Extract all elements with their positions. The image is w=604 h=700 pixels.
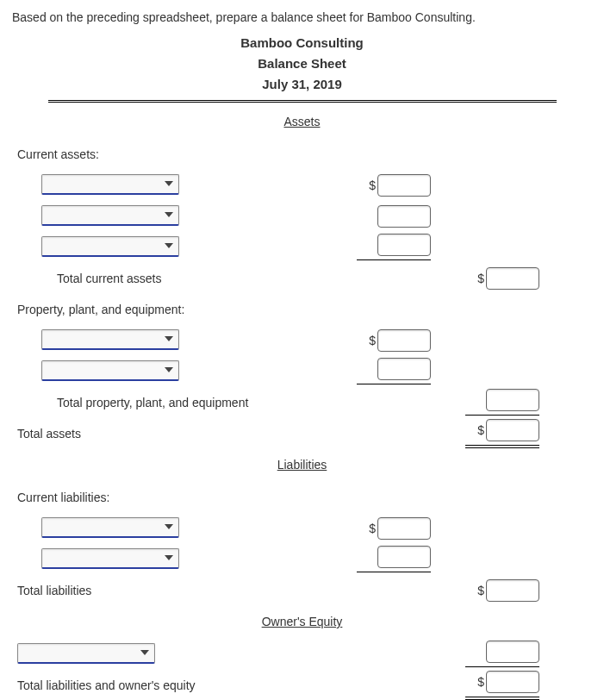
chevron-down-icon <box>165 243 173 248</box>
total-ppe-label: Total property, plant, and equipment <box>12 396 322 409</box>
equity-section-title: Owner's Equity <box>12 615 592 628</box>
chevron-down-icon <box>165 367 173 372</box>
chevron-down-icon <box>165 212 173 217</box>
total-assets-label: Total assets <box>12 427 322 441</box>
dollar-sign: $ <box>477 675 484 689</box>
balance-sheet-header: Bamboo Consulting Balance Sheet July 31,… <box>12 33 592 95</box>
total-current-assets-label: Total current assets <box>12 272 322 285</box>
current-asset-amount-3[interactable] <box>377 234 431 256</box>
total-liab-equity-label: Total liabilities and owner's equity <box>12 678 322 692</box>
equity-amount-1[interactable] <box>486 641 539 663</box>
liability-select-1[interactable] <box>41 517 179 538</box>
dollar-sign: $ <box>477 272 484 285</box>
current-asset-select-1[interactable] <box>41 174 179 195</box>
chevron-down-icon <box>140 650 149 655</box>
statement-title: Balance Sheet <box>12 53 592 74</box>
ppe-amount-2[interactable] <box>377 358 431 380</box>
total-liab-equity-amount[interactable] <box>486 671 539 693</box>
company-name: Bamboo Consulting <box>12 33 592 53</box>
dollar-sign: $ <box>477 423 484 437</box>
dollar-sign: $ <box>369 334 376 347</box>
current-asset-amount-1[interactable] <box>377 174 431 197</box>
chevron-down-icon <box>165 524 173 529</box>
dollar-sign: $ <box>369 522 376 535</box>
statement-date: July 31, 2019 <box>12 74 592 95</box>
ppe-select-1[interactable] <box>41 329 179 350</box>
total-ppe-amount[interactable] <box>486 389 539 411</box>
current-asset-select-3[interactable] <box>41 236 179 257</box>
total-assets-amount[interactable] <box>486 419 539 441</box>
current-asset-amount-2[interactable] <box>377 205 431 228</box>
dollar-sign: $ <box>477 584 484 597</box>
chevron-down-icon <box>165 555 173 560</box>
ppe-label: Property, plant, and equipment: <box>12 303 322 316</box>
liabilities-section-title: Liabilities <box>12 458 592 472</box>
dollar-sign: $ <box>369 178 376 192</box>
chevron-down-icon <box>165 336 173 341</box>
ppe-select-2[interactable] <box>41 360 179 381</box>
instruction-text: Based on the preceding spreadsheet, prep… <box>12 10 592 24</box>
total-liabilities-label: Total liabilities <box>12 584 322 597</box>
liability-amount-1[interactable] <box>377 517 431 540</box>
header-rule <box>48 100 557 103</box>
current-liabilities-label: Current liabilities: <box>12 491 322 504</box>
total-liabilities-amount[interactable] <box>486 579 539 602</box>
assets-section-title: Assets <box>12 115 592 128</box>
equity-select-1[interactable] <box>17 643 155 664</box>
total-current-assets-amount[interactable] <box>486 267 539 290</box>
current-assets-label: Current assets: <box>12 147 322 161</box>
ppe-amount-1[interactable] <box>377 329 431 352</box>
liability-select-2[interactable] <box>41 548 179 569</box>
current-asset-select-2[interactable] <box>41 205 179 226</box>
chevron-down-icon <box>165 181 173 186</box>
liability-amount-2[interactable] <box>377 546 431 568</box>
